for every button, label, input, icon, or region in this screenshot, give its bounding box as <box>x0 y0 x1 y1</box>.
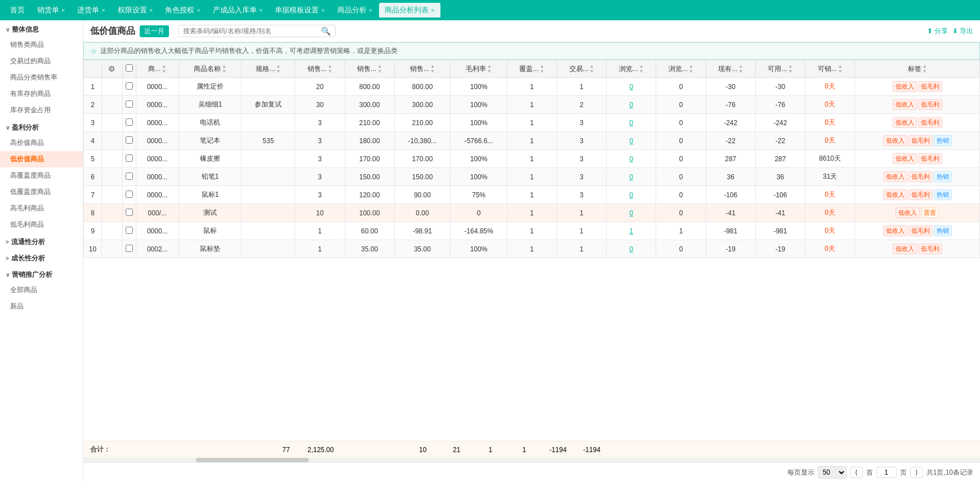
close-icon[interactable]: × <box>431 7 434 14</box>
sort-arrows[interactable]: ▲▼ <box>487 64 492 74</box>
close-icon[interactable]: × <box>321 7 324 14</box>
close-icon[interactable]: × <box>149 7 153 14</box>
nav-item-销货单[interactable]: 销货单× <box>32 3 70 17</box>
nav-item-商品分析列表[interactable]: 商品分析列表× <box>379 3 440 17</box>
close-icon[interactable]: × <box>101 7 105 14</box>
sidebar-group-整体信息[interactable]: ∨整体信息 <box>0 20 83 37</box>
nav-item-产成品入库单[interactable]: 产成品入库单× <box>207 3 268 17</box>
sidebar-item-商品分类销售率[interactable]: 商品分类销售率 <box>0 69 83 86</box>
select-all-checkbox[interactable] <box>126 64 133 72</box>
row-checkbox-cell[interactable] <box>122 186 136 204</box>
nav-item-单据模板设置[interactable]: 单据模板设置× <box>269 3 330 17</box>
table-container[interactable]: ⚙商...▲▼商品名称▲▼规格...▲▼销售...▲▼销售...▲▼销售...▲… <box>83 60 980 441</box>
sidebar-item-高覆盖度商品[interactable]: 高覆盖度商品 <box>0 167 83 184</box>
row-browse1[interactable]: 0 <box>607 78 656 96</box>
row-checkbox-cell[interactable] <box>122 114 136 132</box>
row-sale-amount: 90.00 <box>394 186 450 204</box>
nav-item-商品分析[interactable]: 商品分析× <box>332 3 378 17</box>
sort-arrows[interactable]: ▲▼ <box>689 64 693 74</box>
sort-arrows[interactable]: ▲▼ <box>430 64 435 74</box>
close-icon[interactable]: × <box>369 7 372 14</box>
share-button[interactable]: ⬆ 分享 <box>927 26 948 36</box>
search-icon[interactable]: 🔍 <box>321 26 331 36</box>
sidebar-item-高价值商品[interactable]: 高价值商品 <box>0 135 83 151</box>
row-checkbox[interactable] <box>126 209 133 216</box>
close-icon[interactable]: × <box>197 7 200 14</box>
sort-arrows[interactable]: ▲▼ <box>590 64 594 74</box>
col-header-tags: 标签▲▼ <box>855 60 980 78</box>
row-checkbox-cell[interactable] <box>122 240 136 258</box>
search-input[interactable] <box>183 27 321 35</box>
sidebar-item-销售类商品[interactable]: 销售类商品 <box>0 37 83 53</box>
sort-arrows[interactable]: ▲▼ <box>162 64 166 74</box>
row-checkbox[interactable] <box>126 227 133 234</box>
nav-item-首页[interactable]: 首页 <box>5 3 30 17</box>
row-checkbox[interactable] <box>126 82 133 90</box>
per-page-select[interactable]: 50 100 200 <box>818 466 847 479</box>
export-button[interactable]: ⬇ 导出 <box>952 26 973 36</box>
gear-icon[interactable]: ⚙ <box>108 64 115 73</box>
row-checkbox[interactable] <box>126 136 133 144</box>
sidebar-group-营销推广分析[interactable]: ∨营销推广分析 <box>0 266 83 282</box>
col-header-gear[interactable]: ⚙ <box>102 60 123 78</box>
filter-tag-button[interactable]: 近一月 <box>140 25 169 37</box>
close-icon[interactable]: × <box>259 7 262 14</box>
first-page-button[interactable]: ⟨ <box>850 467 863 478</box>
row-browse1[interactable]: 0 <box>607 240 656 258</box>
sidebar-item-新品[interactable]: 新品 <box>0 298 83 315</box>
row-browse1[interactable]: 1 <box>607 222 656 240</box>
sidebar-item-高毛利商品[interactable]: 高毛利商品 <box>0 200 83 216</box>
horizontal-scrollbar[interactable] <box>83 458 980 462</box>
row-browse1[interactable]: 0 <box>607 186 656 204</box>
close-icon[interactable]: × <box>61 7 65 14</box>
sidebar-item-低价值商品[interactable]: 低价值商品 <box>0 151 83 167</box>
row-checkbox-cell[interactable] <box>122 168 136 186</box>
sidebar-item-全部商品[interactable]: 全部商品 <box>0 282 83 298</box>
sidebar-item-低覆盖度商品[interactable]: 低覆盖度商品 <box>0 184 83 200</box>
sort-arrows[interactable]: ▲▼ <box>540 64 544 74</box>
row-checkbox-cell[interactable] <box>122 204 136 222</box>
sidebar-item-交易过的商品[interactable]: 交易过的商品 <box>0 53 83 69</box>
row-checkbox-cell[interactable] <box>122 78 136 96</box>
row-checkbox[interactable] <box>126 173 133 180</box>
nav-item-权限设置[interactable]: 权限设置× <box>112 3 158 17</box>
row-checkbox-cell[interactable] <box>122 222 136 240</box>
row-browse1[interactable]: 0 <box>607 204 656 222</box>
sort-arrows[interactable]: ▲▼ <box>738 64 743 74</box>
row-sale-amount: 0.00 <box>394 204 450 222</box>
row-browse1[interactable]: 0 <box>607 150 656 168</box>
row-gear <box>102 204 123 222</box>
row-browse1[interactable]: 0 <box>607 168 656 186</box>
row-checkbox-cell[interactable] <box>122 132 136 150</box>
nav-item-进货单[interactable]: 进货单× <box>72 3 110 17</box>
next-page-button[interactable]: ⟩ <box>910 467 923 478</box>
sidebar-group-流通性分析[interactable]: >流通性分析 <box>0 233 83 249</box>
sidebar-item-低毛利商品[interactable]: 低毛利商品 <box>0 216 83 233</box>
row-checkbox[interactable] <box>126 118 133 126</box>
row-checkbox[interactable] <box>126 191 133 198</box>
row-browse1[interactable]: 0 <box>607 114 656 132</box>
row-checkbox-cell[interactable] <box>122 96 136 114</box>
row-checkbox[interactable] <box>126 245 133 252</box>
sort-arrows[interactable]: ▲▼ <box>377 64 382 74</box>
sort-arrows[interactable]: ▲▼ <box>276 64 280 74</box>
sort-arrows[interactable]: ▲▼ <box>838 64 843 74</box>
sort-arrows[interactable]: ▲▼ <box>923 64 927 74</box>
scrollbar-thumb[interactable] <box>196 458 309 462</box>
sidebar-group-盈利分析[interactable]: ∨盈利分析 <box>0 118 83 135</box>
sort-arrows[interactable]: ▲▼ <box>328 64 332 74</box>
row-browse1[interactable]: 0 <box>607 132 656 150</box>
row-coverage: 1 <box>507 78 556 96</box>
sidebar-item-有库存的商品[interactable]: 有库存的商品 <box>0 86 83 102</box>
sort-arrows[interactable]: ▲▼ <box>788 64 792 74</box>
nav-item-角色授权[interactable]: 角色授权× <box>159 3 206 17</box>
sidebar-item-库存资金占用[interactable]: 库存资金占用 <box>0 102 83 118</box>
row-browse1[interactable]: 0 <box>607 96 656 114</box>
sort-arrows[interactable]: ▲▼ <box>222 64 226 74</box>
page-number-input[interactable] <box>876 467 897 478</box>
row-checkbox-cell[interactable] <box>122 150 136 168</box>
row-checkbox[interactable] <box>126 100 133 108</box>
row-checkbox[interactable] <box>126 154 133 162</box>
sidebar-group-成长性分析[interactable]: >成长性分析 <box>0 249 83 266</box>
sort-arrows[interactable]: ▲▼ <box>639 64 644 74</box>
